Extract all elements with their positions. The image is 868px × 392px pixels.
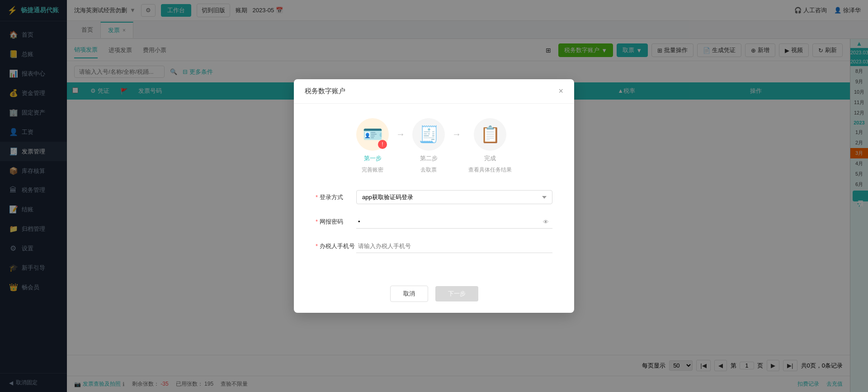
password-control: 👁 <box>356 215 552 229</box>
modal-footer: 取消 下一步 <box>294 278 574 313</box>
step-1-label: 第一步 <box>364 154 382 163</box>
login-method-row: * 登录方式 app获取验证码登录 账号密码登录 <box>316 190 552 204</box>
step-2-label: 第二步 <box>420 154 438 163</box>
login-method-control: app获取验证码登录 账号密码登录 <box>356 190 552 204</box>
step-2-desc: 去取票 <box>420 166 437 174</box>
modal-close-btn[interactable]: × <box>558 86 563 96</box>
step-1-badge: ! <box>378 140 387 149</box>
password-row: * 网报密码 👁 <box>316 215 552 229</box>
step-3-icon-wrap: 📋 <box>474 118 506 151</box>
login-method-label: * 登录方式 <box>316 193 356 201</box>
step-2-icon-wrap: 🧾 <box>412 118 445 151</box>
modal-overlay: 税务数字账户 × 🪪 ! 第一步 完善账密 → <box>0 0 868 392</box>
taxpayer-phone-input[interactable] <box>356 239 552 253</box>
step-1: 🪪 ! 第一步 完善账密 <box>356 118 389 174</box>
password-toggle-eye-icon[interactable]: 👁 <box>543 219 549 225</box>
password-label: * 网报密码 <box>316 218 356 226</box>
step-arrow-1: → <box>389 118 412 139</box>
next-btn[interactable]: 下一步 <box>435 286 478 301</box>
step-1-icon-wrap: 🪪 ! <box>356 118 389 151</box>
steps-indicator: 🪪 ! 第一步 完善账密 → 🧾 第二步 去取票 → <box>316 118 552 174</box>
step-3: 📋 完成 查看具体任务结果 <box>468 118 512 174</box>
step-3-label: 完成 <box>484 154 496 163</box>
password-input[interactable] <box>356 215 552 229</box>
taxpayer-phone-row: * 办税人手机号 <box>316 239 552 253</box>
step-2: 🧾 第二步 去取票 <box>412 118 445 174</box>
modal-title: 税务数字账户 <box>305 87 345 96</box>
step-3-icon: 📋 <box>480 125 500 144</box>
step-2-icon: 🧾 <box>419 125 439 144</box>
step-arrow-2: → <box>445 118 468 139</box>
modal-header: 税务数字账户 × <box>294 79 574 104</box>
modal-body: 🪪 ! 第一步 完善账密 → 🧾 第二步 去取票 → <box>294 104 574 278</box>
taxpayer-phone-label: * 办税人手机号 <box>316 242 356 250</box>
cancel-btn[interactable]: 取消 <box>390 286 428 302</box>
tax-digital-modal: 税务数字账户 × 🪪 ! 第一步 完善账密 → <box>294 79 574 313</box>
step-1-desc: 完善账密 <box>362 166 383 174</box>
taxpayer-phone-control <box>356 239 552 253</box>
step-3-desc: 查看具体任务结果 <box>468 166 512 174</box>
login-method-select[interactable]: app获取验证码登录 账号密码登录 <box>356 190 552 204</box>
